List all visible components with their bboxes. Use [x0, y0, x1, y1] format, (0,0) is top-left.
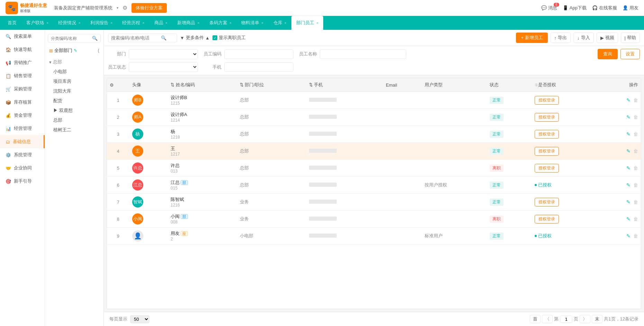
- sidebar-item-quicknav[interactable]: 🏠 快速导航: [0, 43, 45, 56]
- tree-collapse-btn[interactable]: ⟨: [98, 48, 99, 53]
- help-button[interactable]: | 帮助: [621, 33, 640, 43]
- tree-edit-icon[interactable]: ✎: [74, 48, 77, 53]
- tab-dept-staff[interactable]: 部门员工×: [291, 16, 323, 30]
- auth-login-button[interactable]: 授权登录: [535, 113, 559, 122]
- tab-close-customer[interactable]: ×: [46, 21, 48, 25]
- tab-goods[interactable]: 商品×: [149, 16, 172, 30]
- delete-employee-button[interactable]: 🗑: [633, 233, 638, 239]
- col-dept[interactable]: ⇅ 部门/职位: [237, 78, 306, 92]
- sidebar-item-guide[interactable]: 🎯 新手引导: [0, 175, 45, 188]
- cell-auth[interactable]: 授权登录: [532, 211, 601, 228]
- tab-home[interactable]: 首页: [3, 16, 21, 30]
- sidebar-item-finance[interactable]: 💰 资金管理: [0, 109, 45, 122]
- setting-button[interactable]: 设置: [620, 49, 640, 59]
- tab-history[interactable]: 经营历程×: [117, 16, 149, 30]
- edit-employee-button[interactable]: ✎: [626, 216, 631, 222]
- tab-close-add-goods[interactable]: ×: [197, 21, 199, 25]
- auth-login-button[interactable]: 授权登录: [535, 130, 559, 139]
- tree-search-input[interactable]: [51, 36, 91, 41]
- tree-node-shenyang[interactable]: 沈阳大库: [45, 86, 103, 96]
- tab-close-barcode[interactable]: ×: [229, 21, 232, 25]
- tab-close-dept[interactable]: ×: [316, 21, 318, 25]
- view-button[interactable]: ▶ 视频: [597, 33, 618, 43]
- tree-search-box[interactable]: 🔍: [48, 34, 101, 43]
- auth-login-button[interactable]: 授权登录: [535, 215, 559, 223]
- sidebar-item-marketing[interactable]: 📢 营销推广: [0, 56, 45, 69]
- tab-warehouse[interactable]: 仓库×: [269, 16, 291, 30]
- sidebar-item-inventory[interactable]: 📦 库存核算: [0, 96, 45, 109]
- edit-employee-button[interactable]: ✎: [626, 148, 631, 154]
- add-employee-button[interactable]: + 新增员工: [516, 33, 547, 43]
- search-button[interactable]: 查询: [598, 49, 618, 59]
- auth-login-button[interactable]: 授权登录: [535, 164, 559, 173]
- tree-all-dept-header[interactable]: ⊞ 全部部门 ✎ ⟨: [45, 45, 103, 56]
- phone-filter-input[interactable]: [224, 62, 293, 72]
- show-resigned-toggle[interactable]: ✓ 显示离职员工: [212, 35, 246, 41]
- edit-employee-button[interactable]: ✎: [626, 114, 631, 120]
- cell-auth[interactable]: 授权登录: [532, 92, 601, 109]
- next-page-btn[interactable]: 〉: [580, 315, 590, 323]
- sidebar-item-system[interactable]: ⚙️ 系统管理: [0, 148, 45, 161]
- col-name[interactable]: ⇅ 姓名/编码: [168, 78, 237, 92]
- tab-close-operation[interactable]: ×: [78, 21, 80, 25]
- user-item[interactable]: 👤 用友: [623, 5, 638, 11]
- edit-employee-button[interactable]: ✎: [626, 131, 631, 137]
- delete-employee-button[interactable]: 🗑: [633, 97, 638, 103]
- search-input[interactable]: [111, 35, 160, 41]
- auth-login-button[interactable]: 授权登录: [535, 96, 559, 105]
- tab-customer[interactable]: 客户联络×: [21, 16, 53, 30]
- tab-operation[interactable]: 经营情况×: [53, 16, 85, 30]
- tree-node-zhishu[interactable]: 植树王二: [45, 125, 103, 135]
- edit-employee-button[interactable]: ✎: [626, 165, 631, 171]
- delete-employee-button[interactable]: 🗑: [633, 182, 638, 188]
- delete-employee-button[interactable]: 🗑: [633, 165, 638, 171]
- tab-close-profit[interactable]: ×: [110, 21, 112, 25]
- cell-auth[interactable]: 授权登录: [532, 109, 601, 126]
- prev-page-btn[interactable]: 〈: [542, 315, 553, 323]
- auth-login-button[interactable]: 授权登录: [535, 147, 559, 156]
- tree-node-project[interactable]: 项目库房: [45, 77, 103, 86]
- sidebar-item-operation[interactable]: 📊 经营管理: [0, 122, 45, 135]
- delete-employee-button[interactable]: 🗑: [633, 199, 638, 205]
- tab-bom[interactable]: 物料清单×: [236, 16, 268, 30]
- tree-node-shuanglu[interactable]: ▶ 双鹿想: [45, 106, 103, 115]
- online-service-item[interactable]: 🎧 在线客服: [592, 5, 617, 11]
- dept-filter-select[interactable]: [129, 49, 198, 59]
- first-page-btn[interactable]: 首: [530, 315, 541, 323]
- cell-auth[interactable]: 授权登录: [532, 126, 601, 143]
- sidebar-item-enterprise[interactable]: 🤝 企业协同: [0, 161, 45, 175]
- cell-auth[interactable]: 授权登录: [532, 194, 601, 211]
- more-filter-btn[interactable]: ▼ 更多条件 ▲: [180, 35, 210, 41]
- name-filter-input[interactable]: [320, 50, 406, 59]
- message-item[interactable]: 💬 消息 6: [541, 5, 557, 11]
- edit-employee-button[interactable]: ✎: [626, 97, 631, 103]
- cell-auth[interactable]: 授权登录: [532, 160, 601, 177]
- app-download-item[interactable]: 📱 App下载: [563, 5, 587, 11]
- delete-employee-button[interactable]: 🗑: [633, 216, 638, 222]
- tab-close-goods[interactable]: ×: [165, 21, 167, 25]
- tree-node-delivery[interactable]: 配货: [45, 96, 103, 106]
- import-button[interactable]: ↓ 导入: [573, 33, 594, 43]
- delete-employee-button[interactable]: 🗑: [633, 148, 638, 154]
- gear-icon[interactable]: ⚙: [123, 5, 127, 11]
- search-box[interactable]: 🔍: [108, 34, 177, 42]
- sidebar-item-sales[interactable]: 📋 销售管理: [0, 69, 45, 82]
- edit-employee-button[interactable]: ✎: [626, 199, 631, 205]
- page-size-select[interactable]: 50 100: [130, 315, 149, 323]
- tree-node-general[interactable]: ▾ 总部: [45, 57, 103, 67]
- code-filter-input[interactable]: [224, 50, 293, 59]
- edit-employee-button[interactable]: ✎: [626, 233, 631, 239]
- col-settings[interactable]: ⚙: [107, 78, 129, 92]
- sidebar-item-basic[interactable]: 🗂 基础信息: [0, 135, 45, 148]
- delete-employee-button[interactable]: 🗑: [633, 114, 638, 120]
- trial-button[interactable]: 体验行业方案: [131, 3, 167, 13]
- tree-node-headquarters[interactable]: 总部: [45, 115, 103, 125]
- auth-login-button[interactable]: 授权登录: [535, 198, 559, 206]
- system-title-arrow[interactable]: ▾: [117, 6, 118, 10]
- tab-close-bom[interactable]: ×: [261, 21, 263, 25]
- tab-close-warehouse[interactable]: ×: [284, 21, 287, 25]
- last-page-btn[interactable]: 末: [592, 315, 602, 323]
- sidebar-item-search[interactable]: 🔍 搜索菜单: [0, 30, 45, 43]
- col-phone[interactable]: ⇅ 手机: [306, 78, 383, 92]
- tab-barcode[interactable]: 条码方案×: [205, 16, 236, 30]
